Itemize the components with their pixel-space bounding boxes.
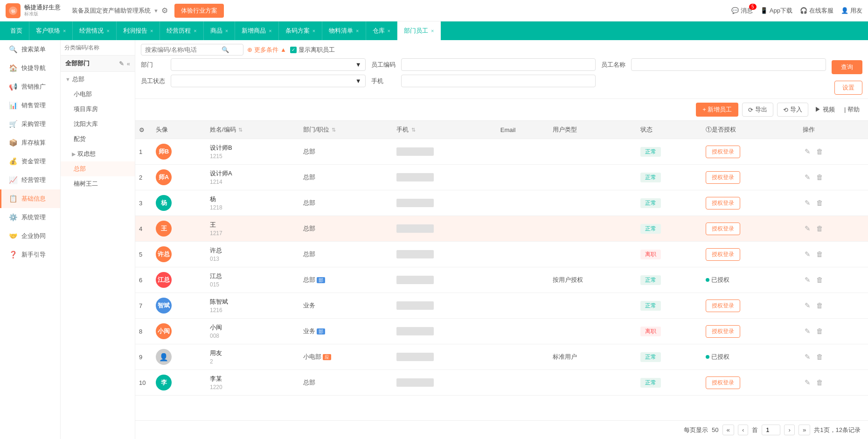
online-service-button[interactable]: 🎧 在线客服 [800, 7, 833, 15]
edit-button[interactable]: ✎ [803, 249, 812, 259]
dropdown-arrow-icon[interactable]: ▼ [153, 8, 159, 14]
emp-code-input[interactable] [401, 58, 596, 71]
nav-tab-close[interactable]: × [312, 28, 315, 34]
nav-tab-close[interactable]: × [63, 28, 66, 34]
message-button[interactable]: 💬 消息 5 [731, 7, 753, 15]
delete-button[interactable]: 🗑 [814, 326, 825, 336]
sidebar-item-销售管理[interactable]: 📊 销售管理 [0, 96, 60, 115]
edit-button[interactable]: ✎ [803, 300, 812, 311]
delete-button[interactable]: 🗑 [814, 249, 825, 259]
authorize-button[interactable]: 授权登录 [706, 325, 740, 338]
app-download-button[interactable]: 📱 App下载 [760, 7, 792, 15]
nav-tab-首页[interactable]: 首页 [4, 21, 29, 40]
search-input[interactable] [145, 46, 220, 53]
delete-button[interactable]: 🗑 [814, 146, 825, 156]
delete-button[interactable]: 🗑 [814, 377, 825, 387]
edit-button[interactable]: ✎ [803, 326, 812, 336]
view-button[interactable]: ▶ 视频 [812, 104, 838, 116]
authorize-button[interactable]: 授权登录 [706, 300, 740, 312]
add-employee-button[interactable]: + 新增员工 [696, 103, 738, 117]
delete-button[interactable]: 🗑 [814, 352, 825, 362]
emp-status-select[interactable]: ▼ [171, 75, 366, 87]
page-number-input[interactable] [762, 425, 780, 435]
last-page-button[interactable]: » [799, 425, 810, 435]
delete-button[interactable]: 🗑 [814, 300, 825, 310]
nav-tab-物料清单[interactable]: 物料清单× [322, 21, 366, 40]
nav-tab-经营情况[interactable]: 经营情况× [73, 21, 116, 40]
sidebar-item-营销推广[interactable]: 📢 营销推广 [0, 77, 60, 96]
dept-select[interactable]: ▼ [171, 58, 366, 71]
nav-tab-利润报告[interactable]: 利润报告× [117, 21, 160, 40]
nav-tab-经营历程[interactable]: 经营历程× [160, 21, 203, 40]
nav-tab-部门员工[interactable]: 部门员工× [397, 21, 441, 40]
dept-node-沈阳大库[interactable]: 沈阳大库 [61, 117, 135, 132]
sidebar-item-企业协同[interactable]: 🤝 企业协同 [0, 227, 60, 245]
col-dept-position[interactable]: 部门/职位 ⇅ [299, 121, 393, 139]
edit-button[interactable]: ✎ [803, 377, 812, 388]
sidebar-item-采购管理[interactable]: 🛒 采购管理 [0, 115, 60, 133]
authorize-button[interactable]: 授权登录 [706, 248, 740, 261]
nav-tab-条码方案[interactable]: 条码方案× [279, 21, 322, 40]
authorize-button[interactable]: 授权登录 [706, 171, 740, 184]
dept-search-input[interactable] [64, 44, 134, 51]
nav-tab-客户联络[interactable]: 客户联络× [29, 21, 73, 40]
more-condition-button[interactable]: ⊕ 更多条件 ▲ [247, 46, 286, 54]
col-settings[interactable]: ⚙ [135, 121, 152, 139]
sidebar-item-库存核算[interactable]: 📦 库存核算 [0, 133, 60, 152]
user-button[interactable]: 👤 用友 [841, 7, 862, 15]
export-button[interactable]: ⟳ 导出 [742, 103, 773, 117]
sidebar-item-搜索菜单[interactable]: 🔍 搜索菜单 [0, 40, 60, 59]
authorize-button[interactable]: 授权登录 [706, 376, 740, 389]
dept-node-项目库房[interactable]: 项目库房 [61, 102, 135, 117]
nav-tab-close[interactable]: × [388, 28, 390, 34]
sidebar-item-新手引导[interactable]: ❓ 新手引导 [0, 245, 60, 264]
col-name-code[interactable]: 姓名/编码 ⇅ [206, 121, 299, 139]
dept-node-总部[interactable]: 总部 [61, 161, 135, 176]
nav-tab-新增商品[interactable]: 新增商品× [235, 21, 278, 40]
dept-node-配货[interactable]: 配货 [61, 132, 135, 146]
dept-collapse-icon[interactable]: « [127, 60, 130, 67]
search-button[interactable]: 查询 [832, 60, 862, 74]
prev-page-button[interactable]: ‹ [738, 425, 748, 435]
authorize-button[interactable]: 授权登录 [706, 223, 740, 235]
dept-node-总部[interactable]: ▼ 总部 [61, 72, 135, 87]
edit-button[interactable]: ✎ [803, 275, 812, 285]
nav-tab-close[interactable]: × [431, 28, 434, 34]
import-button[interactable]: ⟲ 导入 [777, 103, 808, 117]
sidebar-item-快捷导航[interactable]: 🏠 快捷导航 [0, 59, 60, 77]
edit-button[interactable]: ✎ [803, 146, 812, 157]
help-button[interactable]: | 帮助 [841, 104, 862, 116]
delete-button[interactable]: 🗑 [814, 275, 825, 285]
first-page-button[interactable]: « [722, 425, 734, 435]
delete-button[interactable]: 🗑 [814, 223, 825, 233]
nav-tab-close[interactable]: × [356, 28, 359, 34]
col-phone[interactable]: 手机 ⇅ [393, 121, 497, 139]
dept-node-双虑想[interactable]: ▶ 双虑想 [61, 146, 135, 161]
nav-tab-close[interactable]: × [106, 28, 109, 34]
edit-button[interactable]: ✎ [803, 172, 812, 182]
sidebar-item-基础信息[interactable]: 📋 基础信息 [0, 189, 60, 208]
edit-button[interactable]: ✎ [803, 198, 812, 208]
sidebar-item-系统管理[interactable]: ⚙️ 系统管理 [0, 208, 60, 227]
authorize-button[interactable]: 授权登录 [706, 146, 740, 158]
sidebar-item-资金管理[interactable]: 💰 资金管理 [0, 152, 60, 171]
set-button[interactable]: 设置 [834, 81, 862, 95]
dept-node-楠树王二[interactable]: 楠树王二 [61, 176, 135, 191]
delete-button[interactable]: 🗑 [814, 172, 825, 182]
edit-button[interactable]: ✎ [803, 223, 812, 234]
nav-tab-close[interactable]: × [194, 28, 196, 34]
delete-button[interactable]: 🗑 [814, 198, 825, 208]
emp-name-input[interactable] [631, 58, 826, 71]
gear-icon[interactable]: ⚙ [161, 6, 168, 15]
nav-tab-仓库[interactable]: 仓库× [366, 21, 397, 40]
sidebar-item-经营管理[interactable]: 📈 经营管理 [0, 171, 60, 189]
dept-edit-icon[interactable]: ✎ [119, 60, 124, 67]
nav-tab-商品[interactable]: 商品× [204, 21, 235, 40]
nav-tab-close[interactable]: × [269, 28, 271, 34]
phone-input[interactable] [401, 75, 596, 87]
next-page-button[interactable]: › [784, 425, 794, 435]
authorize-button[interactable]: 授权登录 [706, 197, 740, 209]
nav-tab-close[interactable]: × [225, 28, 228, 34]
dept-node-小电部[interactable]: 小电部 [61, 87, 135, 102]
nav-tab-close[interactable]: × [150, 28, 153, 34]
